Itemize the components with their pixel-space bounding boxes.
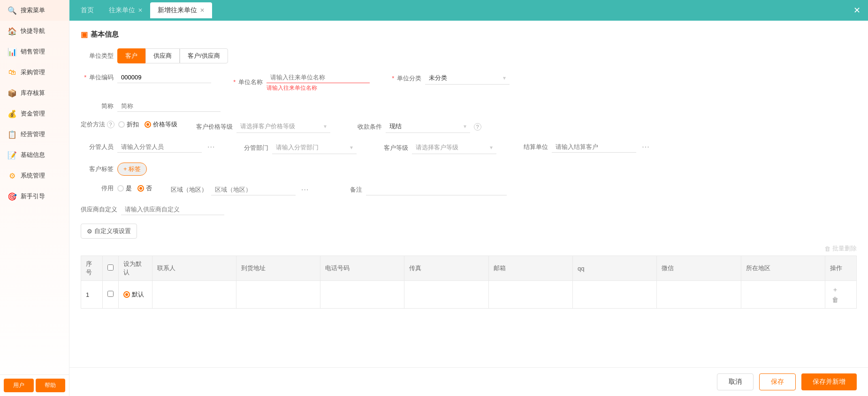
manager-dots[interactable]: ··· [206,143,217,151]
sidebar-item-finance[interactable]: 💰 资金管理 [0,103,69,124]
wechat-input[interactable] [662,291,736,298]
unit-type-label: 单位类型 [81,52,114,60]
qq-input[interactable] [578,291,652,298]
col-check [103,256,119,281]
fax-input[interactable] [409,291,483,298]
add-row-button[interactable]: ＋ [830,285,840,295]
dept-field: 分管部门 请输入分管部门 ▾ [236,141,357,154]
page-content: ▣ 基本信息 单位类型 客户 供应商 客户/供应商 * 单位编码 [69,21,868,367]
tab-new-partner[interactable]: 新增往来单位 ✕ [150,2,212,18]
manager-field: 分管人员 ··· [81,141,217,153]
unit-type-both[interactable]: 客户/供应商 [180,48,228,63]
batch-delete-label[interactable]: 批量删除 [832,244,857,253]
sidebar-item-search[interactable]: 🔍 搜索菜单 [0,0,69,21]
user-button[interactable]: 用户 [4,379,34,392]
sidebar-item-guide[interactable]: 🎯 新手引导 [0,186,69,207]
contact-table: 序号 设为默认 联系人 到货地址 电话号码 传真 邮箱 qq 微信 所在地区 操… [81,256,857,309]
sidebar-item-basicinfo[interactable]: 📝 基础信息 [0,145,69,165]
supplier-custom-input[interactable] [121,204,224,215]
unit-type-customer[interactable]: 客户 [117,48,145,63]
search-icon: 🔍 [8,6,17,15]
region-input[interactable] [211,184,296,195]
unit-category-field: * 单位分类 未分类 ▾ [388,72,510,85]
cell-check [103,281,119,309]
sidebar-item-purchase[interactable]: 🛍 采购管理 [0,62,69,83]
row-default-radio[interactable]: 默认 [123,290,147,299]
unit-name-input[interactable] [266,72,370,83]
box-icon: 📦 [8,88,17,98]
row-checkbox[interactable] [107,291,114,297]
help-button[interactable]: 帮助 [36,379,66,392]
disabled-yes[interactable]: 是 [117,184,132,193]
target-icon: 🎯 [8,192,17,201]
select-all-checkbox[interactable] [107,264,114,271]
region-dots[interactable]: ··· [299,186,311,194]
sidebar-item-sales[interactable]: 📊 销售管理 [0,41,69,62]
tab-bar-close-all[interactable]: ✕ [850,3,864,17]
payment-terms-label: 收款条件 [349,123,382,131]
supplier-custom-row: 供应商自定义 [81,204,857,215]
cell-region [741,281,825,309]
cell-default: 默认 [119,281,152,309]
dept-placeholder: 请输入分管部门 [276,143,350,152]
tab-new-partner-close[interactable]: ✕ [200,8,205,13]
pricing-discount[interactable]: 折扣 [118,120,139,129]
save-new-button[interactable]: 保存并新增 [801,373,857,390]
supplier-custom-label: 供应商自定义 [81,205,117,214]
cell-phone [320,281,404,309]
delete-row-button[interactable]: 🗑 [830,295,840,304]
manager-row: 分管人员 ··· 分管部门 请输入分管部门 ▾ 客户等级 请选择客户等级 ▾ 结… [81,141,857,154]
payment-help-icon[interactable]: ? [474,123,481,131]
region-cell-input[interactable] [746,291,820,298]
unit-name-field: * 单位名称 请输入往来单位名称 [230,72,370,92]
settlement-dots[interactable]: ··· [640,143,651,151]
customer-price-level-select[interactable]: 请选择客户价格等级 ▾ [236,120,330,133]
manager-input[interactable] [117,141,202,153]
sidebar-item-system[interactable]: ⚙ 系统管理 [0,165,69,186]
dept-select[interactable]: 请输入分管部门 ▾ [272,141,357,154]
money-icon: 💰 [8,109,17,118]
remark-input[interactable] [366,184,507,195]
unit-category-select[interactable]: 未分类 ▾ [425,72,510,85]
save-button[interactable]: 保存 [759,373,796,390]
chart-icon: 📊 [8,47,17,56]
address-input[interactable] [241,291,315,298]
phone-input[interactable] [325,291,399,298]
disabled-radio-group: 是 否 [117,184,152,193]
sidebar-item-inventory[interactable]: 📦 库存核算 [0,83,69,103]
settlement-input[interactable] [552,141,636,153]
tab-partners[interactable]: 往来单位 ✕ [101,2,150,18]
cell-index: 1 [81,281,103,309]
short-name-input[interactable] [117,101,221,112]
cell-fax [404,281,488,309]
unit-name-error: 请输入往来单位名称 [266,84,370,92]
custom-settings-button[interactable]: ⚙ 自定义项设置 [81,224,137,239]
customer-level-placeholder: 请选择客户等级 [416,143,490,152]
unit-code-input[interactable] [117,72,211,83]
pricing-level[interactable]: 价格等级 [145,120,177,129]
default-label: 默认 [132,290,144,299]
customer-level-select[interactable]: 请选择客户等级 ▾ [412,141,496,154]
level-radio [145,121,151,128]
settlement-label: 结算单位 [515,143,548,151]
payment-terms-select[interactable]: 现结 ▾ [386,120,470,133]
tab-partners-close[interactable]: ✕ [138,8,143,13]
customer-tag-row: 客户标签 + 标签 [81,163,857,176]
col-region: 所在地区 [741,256,825,281]
contact-input[interactable] [157,291,231,298]
pricing-help-icon[interactable]: ? [107,121,114,128]
sidebar-item-operations[interactable]: 📋 经营管理 [0,124,69,145]
bag-icon: 🛍 [8,68,17,77]
unit-type-supplier[interactable]: 供应商 [145,48,180,63]
add-tag-button[interactable]: + 标签 [117,163,147,176]
tab-home[interactable]: 首页 [73,2,101,18]
tab-home-label: 首页 [81,6,94,15]
customer-level-field: 客户等级 请选择客户等级 ▾ [375,141,496,154]
customer-price-level-label: 客户价格等级 [196,123,233,131]
disabled-no[interactable]: 否 [137,184,152,193]
cancel-button[interactable]: 取消 [717,373,754,390]
no-radio [137,185,144,192]
sidebar-item-quicknav[interactable]: 🏠 快捷导航 [0,21,69,41]
email-input[interactable] [494,291,568,298]
sidebar-item-label: 新手引导 [21,192,45,201]
